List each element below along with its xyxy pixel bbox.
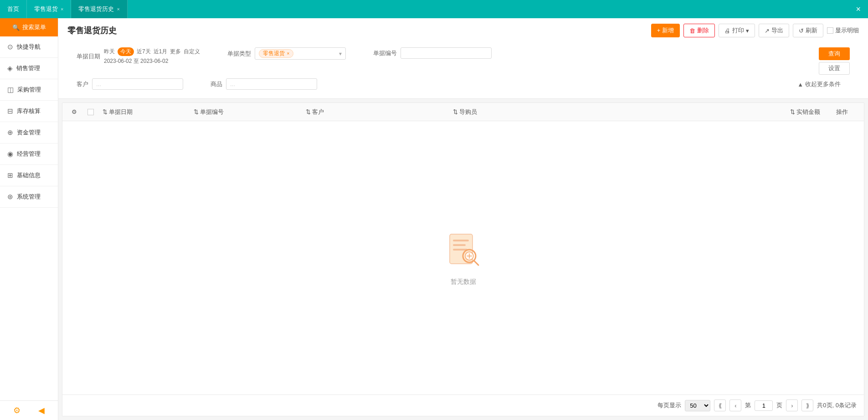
add-button[interactable]: + 新增 [651,24,680,37]
bill-no-label: 单据编号 [373,49,397,57]
sidebar-item-inventory[interactable]: ⊟ 库存核算 [0,101,58,122]
bill-type-arrow-icon: ▾ [339,51,342,57]
toolbar: + 新增 🗑 删除 🖨 打印 ▾ ↗ 导出 ↺ [651,24,859,37]
date-filter-item: 单据日期 昨天 今天 近7天 近1月 更多 自定义 2023-06-02 至 2… [77,47,200,65]
collapse-sidebar-icon[interactable]: ◀ [38,405,45,415]
sidebar-item-basic-info[interactable]: ⊞ 基础信息 [0,165,58,186]
page-size-select[interactable]: 50 20 100 [685,400,710,411]
empty-text: 暂无数据 [451,278,476,286]
date-opt-today[interactable]: 今天 [118,47,134,56]
show-detail-toggle[interactable]: 显示明细 [827,26,859,35]
customer-input[interactable] [92,78,183,90]
th-billno-label: 单据编号 [200,108,224,116]
date-filter-label: 单据日期 [77,52,100,61]
query-button[interactable]: 查询 [819,47,850,60]
bill-no-input[interactable] [401,47,492,59]
collapse-label: 收起更多条件 [805,80,841,88]
product-input[interactable] [226,78,317,90]
tab-retail-return-close[interactable]: × [61,6,63,12]
window-close-button[interactable]: × [848,5,868,14]
inventory-icon: ⊟ [7,107,13,115]
operations-icon: ◉ [7,150,13,158]
empty-state: 暂无数据 [62,121,864,394]
settings-button[interactable]: 设置 [819,62,850,75]
sidebar-item-purchase[interactable]: ◫ 采购管理 [0,79,58,101]
th-guide[interactable]: ⇅ 导购员 [449,108,561,116]
th-action-label: 操作 [836,108,848,116]
th-billno-sort-icon: ⇅ [194,108,199,115]
bill-type-tag-remove[interactable]: × [287,51,289,56]
customer-label: 客户 [77,80,88,88]
sidebar-search[interactable]: 🔍 搜索菜单 [0,18,58,36]
collapse-button[interactable]: ▲ 收起更多条件 [797,80,841,88]
export-button[interactable]: ↗ 导出 [759,24,789,37]
th-customer[interactable]: ⇅ 客户 [302,108,449,116]
main-layout: 🔍 搜索菜单 ⊙ 快捷导航 ◈ 销售管理 ◫ 采购管理 ⊟ 库存核算 ⊕ 资金 [0,18,868,420]
nav-tabs: 首页 零售退货 × 零售退货历史 × [0,0,848,18]
delete-button[interactable]: 🗑 删除 [683,24,715,37]
show-detail-checkbox[interactable] [827,27,833,34]
sidebar-item-finance-label: 资金管理 [17,128,41,137]
finance-icon: ⊕ [7,128,13,137]
date-opt-1month[interactable]: 近1月 [154,48,168,56]
sidebar-item-operations[interactable]: ◉ 经营管理 [0,143,58,165]
tab-retail-return[interactable]: 零售退货 × [27,0,71,18]
th-guide-label: 导购员 [459,108,477,116]
print-icon: 🖨 [724,27,730,34]
print-button[interactable]: 🖨 打印 ▾ [719,24,755,37]
sidebar-item-finance[interactable]: ⊕ 资金管理 [0,122,58,143]
date-opt-7days[interactable]: 近7天 [137,48,151,56]
th-date[interactable]: ⇅ 单据日期 [99,108,190,116]
table-area: ⚙ ⇅ 单据日期 ⇅ 单据编号 ⇅ 客户 ⇅ 导购员 [62,102,864,416]
page-title: 零售退货历史 [67,25,117,36]
sidebar-item-quicknav-label: 快捷导航 [17,43,41,51]
refresh-icon: ↺ [799,27,804,34]
tab-home[interactable]: 首页 [0,0,27,18]
sidebar-item-sales-label: 销售管理 [16,64,40,72]
prev-page-button[interactable]: ‹ [729,400,741,411]
bill-type-select[interactable]: 零售退货 × ▾ [255,47,346,60]
tab-home-label: 首页 [7,5,19,13]
th-customer-label: 客户 [312,108,324,116]
sidebar-item-sales[interactable]: ◈ 销售管理 [0,58,58,79]
tab-retail-return-history-close[interactable]: × [117,6,119,12]
date-opt-yesterday[interactable]: 昨天 [104,48,115,56]
tab-retail-return-history[interactable]: 零售退货历史 × [71,0,127,18]
quicknav-icon: ⊙ [7,43,13,51]
purchase-icon: ◫ [7,86,14,94]
date-opt-more[interactable]: 更多 [170,48,181,56]
first-page-button[interactable]: ⟪ [714,400,726,411]
bill-no-filter-item: 单据编号 [373,47,492,59]
sidebar-item-quicknav[interactable]: ⊙ 快捷导航 [0,36,58,58]
settings-icon[interactable]: ⚙ [13,405,21,415]
page-number-input[interactable] [755,400,773,411]
header-checkbox[interactable] [87,109,94,115]
date-opt-custom[interactable]: 自定义 [184,48,200,56]
top-nav: 首页 零售退货 × 零售退货历史 × × [0,0,868,18]
sidebar: 🔍 搜索菜单 ⊙ 快捷导航 ◈ 销售管理 ◫ 采购管理 ⊟ 库存核算 ⊕ 资金 [0,18,58,420]
th-amount[interactable]: ⇅ 实销金额 [778,108,824,116]
th-amount-sort-icon: ⇅ [790,108,795,115]
th-settings[interactable]: ⚙ [66,108,82,115]
th-action: 操作 [824,108,860,116]
th-checkbox[interactable] [82,109,99,115]
filter-row-1: 单据日期 昨天 今天 近7天 近1月 更多 自定义 2023-06-02 至 2… [77,47,850,75]
next-page-button[interactable]: › [786,400,798,411]
refresh-button[interactable]: ↺ 刷新 [793,24,823,37]
refresh-label: 刷新 [806,26,817,35]
table-header: ⚙ ⇅ 单据日期 ⇅ 单据编号 ⇅ 客户 ⇅ 导购员 [62,103,864,121]
export-label: 导出 [771,26,783,35]
pagination: 每页显示 50 20 100 ⟪ ‹ 第 页 › ⟫ 共0页, 0条记录 [62,394,864,416]
th-date-label: 单据日期 [109,108,133,116]
bill-type-tag: 零售退货 × [259,49,293,58]
bill-type-tag-value: 零售退货 [263,50,285,57]
sidebar-item-system[interactable]: ⊛ 系统管理 [0,186,58,208]
th-billno[interactable]: ⇅ 单据编号 [190,108,302,116]
basic-info-icon: ⊞ [7,171,13,179]
date-options: 昨天 今天 近7天 近1月 更多 自定义 [104,47,200,56]
svg-rect-1 [453,240,469,241]
last-page-button[interactable]: ⟫ [801,400,813,411]
th-guide-sort-icon: ⇅ [453,108,458,115]
th-customer-sort-icon: ⇅ [306,108,311,115]
date-range-display: 2023-06-02 至 2023-06-02 [104,57,200,65]
